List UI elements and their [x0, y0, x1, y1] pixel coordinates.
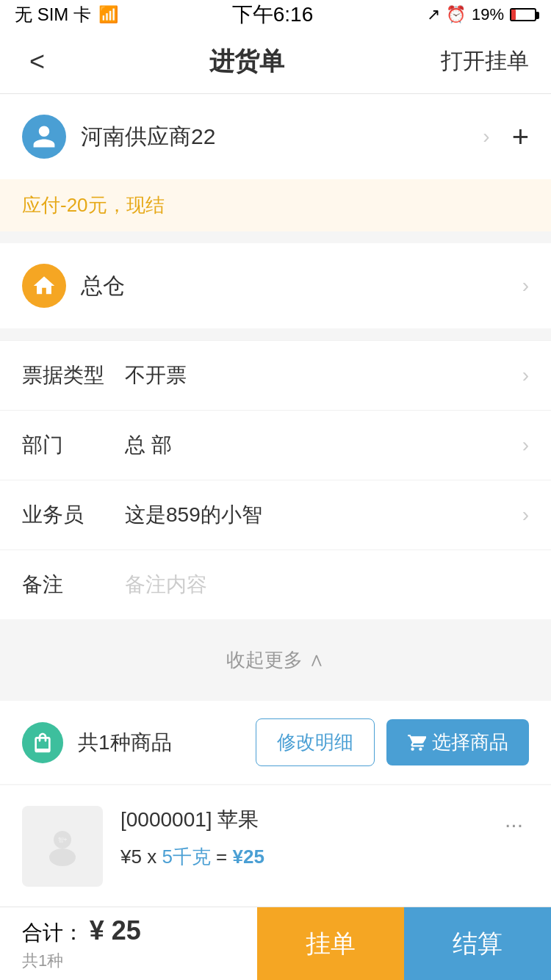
price-value: ¥5 x	[120, 846, 162, 868]
product-image-icon: 智+	[40, 824, 84, 868]
open-hold-button[interactable]: 打开挂单	[441, 46, 529, 76]
total-amount: ¥ 25	[90, 915, 141, 945]
sales-label: 业务员	[22, 501, 125, 529]
alarm-icon: ⏰	[446, 5, 466, 24]
collapse-label: 收起更多 ∧	[226, 649, 324, 671]
total-label: 合计：	[22, 921, 84, 944]
ticket-type-row[interactable]: 票据类型 不开票 ›	[0, 340, 551, 410]
page-title: 进货单	[209, 45, 284, 79]
remark-label: 备注	[22, 571, 125, 599]
carrier-text: 无 SIM 卡	[15, 3, 91, 26]
sales-chevron-icon: ›	[522, 503, 529, 527]
svg-text:智+: 智+	[58, 836, 68, 843]
nav-bar: < 进货单 打开挂单	[0, 29, 551, 94]
battery-percent: 19%	[472, 5, 504, 24]
settle-button[interactable]: 结算	[404, 907, 551, 980]
notice-text: 应付-20元，现结	[22, 194, 165, 216]
quantity-value: 5千克	[162, 846, 210, 868]
warehouse-section: 总仓 ›	[0, 243, 551, 328]
battery-icon	[510, 8, 536, 21]
add-supplier-button[interactable]: +	[512, 122, 529, 151]
person-icon	[31, 123, 57, 150]
supplier-section: 河南供应商22 › + 应付-20元，现结	[0, 94, 551, 231]
product-title: 苹果	[217, 808, 259, 831]
remark-row[interactable]: 备注 备注内容	[0, 550, 551, 619]
footer-total: 合计： ¥ 25 共1种	[0, 915, 257, 972]
home-icon	[32, 273, 57, 298]
status-bar: 无 SIM 卡 📶 下午6:16 ↗ ⏰ 19%	[0, 0, 551, 29]
notice-bar: 应付-20元，现结	[0, 179, 551, 231]
total-value: ¥25	[232, 846, 264, 868]
location-icon: ↗	[427, 5, 440, 24]
product-code: [0000001]	[120, 808, 217, 831]
supplier-name: 河南供应商22	[81, 122, 483, 152]
equals-sign: =	[211, 846, 233, 868]
department-value: 总 部	[125, 431, 522, 459]
form-section: 票据类型 不开票 › 部门 总 部 › 业务员 这是859的小智 › 备注 备注…	[0, 340, 551, 619]
supplier-row[interactable]: 河南供应商22 › +	[0, 94, 551, 179]
warehouse-name: 总仓	[81, 271, 522, 301]
cart-icon	[407, 733, 426, 752]
select-product-label: 选择商品	[432, 729, 508, 755]
collapse-bar[interactable]: 收起更多 ∧	[0, 631, 551, 689]
supplier-chevron-icon: ›	[483, 125, 489, 148]
warehouse-row[interactable]: 总仓 ›	[0, 243, 551, 328]
supplier-avatar	[22, 115, 66, 159]
bag-icon	[31, 731, 54, 754]
hold-button[interactable]: 挂单	[257, 907, 404, 980]
product-thumbnail: 智+	[22, 806, 103, 887]
product-more-button[interactable]: ···	[499, 806, 529, 843]
footer: 合计： ¥ 25 共1种 挂单 结算	[0, 907, 551, 980]
svg-point-1	[49, 849, 76, 866]
ticket-type-chevron-icon: ›	[522, 364, 529, 387]
wifi-icon: 📶	[98, 5, 118, 24]
ticket-type-label: 票据类型	[22, 361, 125, 389]
warehouse-icon	[22, 264, 66, 308]
products-icon	[22, 722, 63, 763]
product-info: [0000001] 苹果 ¥5 x 5千克 = ¥25	[120, 806, 499, 870]
select-product-button[interactable]: 选择商品	[386, 719, 529, 765]
products-count: 共1种商品	[78, 729, 256, 757]
total-row: 合计： ¥ 25	[22, 915, 235, 947]
product-item: 智+ [0000001] 苹果 ¥5 x 5千克 = ¥25 ···	[0, 785, 551, 907]
total-count: 共1种	[22, 950, 235, 972]
department-chevron-icon: ›	[522, 433, 529, 457]
back-button[interactable]: <	[22, 39, 52, 84]
warehouse-chevron-icon: ›	[522, 274, 529, 298]
sales-row[interactable]: 业务员 这是859的小智 ›	[0, 480, 551, 550]
remark-input[interactable]: 备注内容	[125, 571, 529, 599]
product-price: ¥5 x 5千克 = ¥25	[120, 844, 499, 870]
edit-detail-button[interactable]: 修改明细	[256, 718, 375, 766]
ticket-type-value: 不开票	[125, 361, 522, 389]
sales-value: 这是859的小智	[125, 501, 522, 529]
products-header: 共1种商品 修改明细 选择商品	[0, 701, 551, 784]
status-time: 下午6:16	[232, 1, 314, 29]
department-label: 部门	[22, 431, 125, 459]
product-name: [0000001] 苹果	[120, 806, 499, 834]
department-row[interactable]: 部门 总 部 ›	[0, 410, 551, 480]
